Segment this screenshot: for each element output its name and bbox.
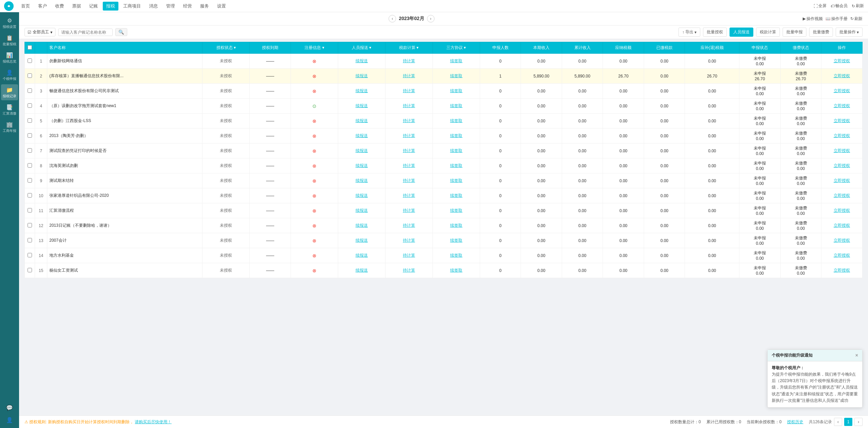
sidebar-item-batch-tax[interactable]: 📋 批量报税 xyxy=(1,32,18,48)
row-action[interactable]: 立即授权 xyxy=(821,54,863,69)
row-tax-calc[interactable]: 待计算 xyxy=(385,54,432,69)
row-checkbox[interactable] xyxy=(28,88,32,93)
row-tax-calc[interactable]: 待计算 xyxy=(385,84,432,99)
manual-btn[interactable]: 📖 操作手册 xyxy=(825,16,848,22)
row-checkbox-cell[interactable] xyxy=(25,188,35,203)
row-action[interactable]: 立即授权 xyxy=(821,129,863,143)
row-checkbox-cell[interactable] xyxy=(25,54,35,69)
row-person-report[interactable]: 续报送 xyxy=(338,188,385,203)
row-triparty[interactable]: 续签取 xyxy=(432,99,480,114)
row-person-report[interactable]: 续报送 xyxy=(338,203,385,218)
row-triparty[interactable]: 续签取 xyxy=(432,173,480,188)
row-triparty[interactable]: 续签取 xyxy=(432,203,480,218)
row-triparty[interactable]: 续签取 xyxy=(432,158,480,173)
row-checkbox[interactable] xyxy=(28,118,32,123)
row-triparty[interactable]: 续签取 xyxy=(432,188,480,203)
nav-item-finance[interactable]: 经营 xyxy=(180,2,195,11)
sidebar-item-personal-tax[interactable]: 👤 个税申报 xyxy=(1,67,18,83)
row-tax-calc[interactable]: 待计算 xyxy=(385,188,432,203)
nav-item-home[interactable]: 首页 xyxy=(18,2,33,11)
notification-close-btn[interactable]: × xyxy=(855,353,858,358)
row-checkbox[interactable] xyxy=(28,73,32,78)
row-action[interactable]: 立即授权 xyxy=(821,248,863,263)
sidebar-item-tax-records[interactable]: 📁 报税记录 xyxy=(1,84,18,100)
row-tax-calc[interactable]: 待计算 xyxy=(385,203,432,218)
row-checkbox-cell[interactable] xyxy=(25,218,35,233)
batch-report-button[interactable]: 批量申报 xyxy=(783,28,806,37)
row-triparty[interactable]: 续签取 xyxy=(432,233,480,248)
row-action[interactable]: 立即授权 xyxy=(821,143,863,158)
row-checkbox-cell[interactable] xyxy=(25,233,35,248)
row-action[interactable]: 立即授权 xyxy=(821,84,863,99)
row-tax-calc[interactable]: 待计算 xyxy=(385,263,432,278)
row-checkbox-cell[interactable] xyxy=(25,143,35,158)
refresh-top-btn[interactable]: ↻ 刷新 xyxy=(852,3,864,9)
row-checkbox-cell[interactable] xyxy=(25,248,35,263)
row-action[interactable]: 立即授权 xyxy=(821,203,863,218)
row-person-report[interactable]: 续报送 xyxy=(338,143,385,158)
row-action[interactable]: 立即授权 xyxy=(821,233,863,248)
row-checkbox-cell[interactable] xyxy=(25,69,35,84)
sidebar-item-annual-report[interactable]: 🏢 工商年报 xyxy=(1,119,18,135)
nav-item-tax[interactable]: 报税 xyxy=(103,2,118,11)
row-triparty[interactable]: 续签取 xyxy=(432,84,480,99)
notice-link[interactable]: 请购买后尽快使用！ xyxy=(135,420,171,424)
sidebar-item-tax-status[interactable]: 📊 报税总览 xyxy=(1,50,18,66)
row-checkbox[interactable] xyxy=(28,193,32,198)
row-person-report[interactable]: 续报送 xyxy=(338,54,385,69)
row-checkbox[interactable] xyxy=(28,238,32,242)
header-refresh-btn[interactable]: ↻ 刷新 xyxy=(850,16,863,22)
row-action[interactable]: 立即授权 xyxy=(821,263,863,278)
fullscreen-btn[interactable]: ⛶ 全屏 xyxy=(814,3,826,9)
row-action[interactable]: 立即授权 xyxy=(821,114,863,129)
nav-item-business[interactable]: 工商项目 xyxy=(120,2,144,11)
row-triparty[interactable]: 续签取 xyxy=(432,218,480,233)
row-tax-calc[interactable]: 待计算 xyxy=(385,129,432,143)
page-1-btn[interactable]: 1 xyxy=(844,418,852,426)
row-checkbox[interactable] xyxy=(28,133,32,138)
nav-item-settings[interactable]: 设置 xyxy=(214,2,229,11)
row-person-report[interactable]: 续报送 xyxy=(338,263,385,278)
row-triparty[interactable]: 续签取 xyxy=(432,129,480,143)
row-checkbox[interactable] xyxy=(28,58,32,63)
row-checkbox[interactable] xyxy=(28,253,32,257)
prev-month-btn[interactable]: ‹ xyxy=(389,15,396,22)
row-checkbox[interactable] xyxy=(28,178,32,183)
row-tax-calc[interactable]: 待计算 xyxy=(385,69,432,84)
row-tax-calc[interactable]: 待计算 xyxy=(385,233,432,248)
row-person-report[interactable]: 续报送 xyxy=(338,129,385,143)
col-reg-info[interactable]: 注册信息 ▾ xyxy=(291,42,338,54)
row-tax-calc[interactable]: 待计算 xyxy=(385,143,432,158)
row-person-report[interactable]: 续报送 xyxy=(338,99,385,114)
row-checkbox-cell[interactable] xyxy=(25,84,35,99)
tax-calc-button[interactable]: 税款计算 xyxy=(756,28,780,37)
member-btn[interactable]: 🏷 畅会员 xyxy=(831,3,848,9)
row-tax-calc[interactable]: 待计算 xyxy=(385,248,432,263)
row-checkbox-cell[interactable] xyxy=(25,263,35,278)
row-triparty[interactable]: 续签取 xyxy=(432,143,480,158)
search-input[interactable] xyxy=(58,29,113,36)
operation-video-btn[interactable]: ▶ 操作视频 xyxy=(803,16,823,22)
batch-ops-button[interactable]: 批量操作 ▾ xyxy=(836,28,863,37)
col-triparty[interactable]: 三方协议 ▾ xyxy=(432,42,480,54)
nav-item-invoice[interactable]: 票据 xyxy=(69,2,84,11)
row-triparty[interactable]: 续签取 xyxy=(432,69,480,84)
nav-item-service[interactable]: 服务 xyxy=(197,2,212,11)
row-triparty[interactable]: 续签取 xyxy=(432,114,480,129)
row-person-report[interactable]: 续报送 xyxy=(338,158,385,173)
row-person-report[interactable]: 续报送 xyxy=(338,233,385,248)
sidebar-item-tax-settings[interactable]: ⚙ 报税设置 xyxy=(1,15,18,31)
employee-filter[interactable]: ☑ 全部员工 ▾ xyxy=(24,28,55,36)
row-tax-calc[interactable]: 待计算 xyxy=(385,99,432,114)
export-button[interactable]: ↑ 导出 ▾ xyxy=(678,28,700,37)
batch-fees-button[interactable]: 批量缴费 xyxy=(809,28,833,37)
row-checkbox-cell[interactable] xyxy=(25,173,35,188)
row-person-report[interactable]: 续报送 xyxy=(338,69,385,84)
nav-item-management[interactable]: 管理 xyxy=(163,2,178,11)
next-month-btn[interactable]: › xyxy=(427,15,435,22)
row-triparty[interactable]: 续签取 xyxy=(432,54,480,69)
row-checkbox-cell[interactable] xyxy=(25,129,35,143)
select-all-checkbox[interactable] xyxy=(28,45,32,50)
personal-report-button[interactable]: 人员报送 xyxy=(730,28,753,37)
row-checkbox[interactable] xyxy=(28,268,32,272)
